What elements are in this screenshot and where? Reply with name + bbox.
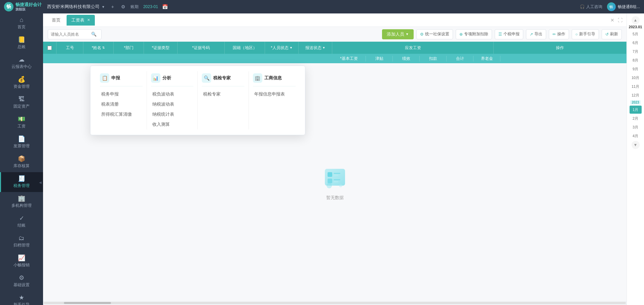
scroll-thumb[interactable] (64, 302, 111, 304)
th-operation: 操作 (494, 42, 627, 54)
toolbar-btn-special-deduction[interactable]: ⊕专项附加扣除 (456, 29, 492, 39)
sidebar-item-asset[interactable]: 🏗 固定资产 (0, 93, 43, 113)
th-checkbox[interactable] (43, 42, 56, 54)
th-sub-performance: 绩效 (393, 56, 420, 62)
settings-icon: ⚙ (19, 275, 24, 281)
company-selector[interactable]: 西安虾米网络科技有限公司 ▼ (47, 4, 105, 10)
sidebar-item-home[interactable]: ⌂ 首页 (0, 13, 43, 33)
toolbar-btn-guide[interactable]: ○新手引导 (572, 29, 599, 39)
svg-rect-5 (334, 179, 340, 180)
user-info[interactable]: 畅 畅捷通B组... (607, 2, 640, 11)
popup-item-fenxi-1[interactable]: 纳税波动表 (151, 99, 194, 109)
timeline-month-6[interactable]: 6月 (630, 39, 642, 47)
search-input[interactable] (51, 32, 91, 37)
timeline-month-5[interactable]: 5月 (630, 30, 642, 38)
toolbar-btn-personal-tax[interactable]: ☰个税申报 (495, 29, 523, 39)
sidebar-label-fund: 资金管理 (13, 84, 30, 89)
popup-item-shenb-1[interactable]: 税表清册 (100, 99, 143, 109)
sort-icon-name[interactable]: ⇅ (102, 46, 105, 49)
sidebar-label-home: 首页 (17, 24, 26, 30)
th-report_status: 报送状态▼ (299, 42, 332, 54)
timeline-month-3[interactable]: 3月 (630, 123, 642, 131)
toolbar-btn-export[interactable]: ↗导出 (526, 29, 546, 39)
search-box: 🔍 (48, 29, 102, 39)
refresh-icon: ↺ (605, 32, 609, 37)
popup-header-shenb: 📋 申报 (100, 71, 143, 86)
add-person-button[interactable]: 添加人员▼ (382, 29, 414, 39)
toolbar-btn-operation[interactable]: ✏操作 (549, 29, 569, 39)
sidebar-item-fund[interactable]: 💰 资金管理 (0, 73, 43, 93)
sidebar-item-archive[interactable]: 🗂 归档管理 (0, 232, 43, 252)
sidebar-item-invoice[interactable]: 📄 发票管理 (0, 132, 43, 152)
tab-close-salary[interactable]: ✕ (87, 18, 90, 22)
sidebar-item-multi-org[interactable]: 🏢 多机构管理 (0, 192, 43, 212)
sidebar-label-salary: 工资 (17, 123, 26, 129)
sidebar-item-report-sales[interactable]: 📈 小畅报销 (0, 252, 43, 271)
logo-icon: 畅 (4, 2, 13, 11)
timeline-month-11[interactable]: 11月 (630, 82, 642, 90)
sidebar-label-settlement: 结账 (17, 223, 26, 228)
popup-item-fenxi-3[interactable]: 收入测算 (151, 119, 194, 129)
svg-rect-3 (334, 175, 338, 176)
th-domicile: 国籍（地区） (225, 42, 265, 54)
settings-icon[interactable]: ⚙ (120, 3, 127, 10)
popup-header-tax_expert: 🔍 税检专家 (202, 71, 244, 86)
popup-title-shenb: 申报 (111, 75, 120, 81)
popup-item-shenb-0[interactable]: 税务申报 (100, 89, 143, 99)
bottom-scrollbar[interactable] (43, 301, 627, 305)
svg-point-7 (327, 183, 332, 188)
timeline-down-icon[interactable]: ▼ (632, 141, 640, 149)
add-icon[interactable]: + (109, 3, 116, 10)
sidebar-item-salary[interactable]: 💵 工资 (0, 113, 43, 132)
sidebar-label-ledger: 总账 (17, 44, 26, 50)
toolbar-btn-label-social-insurance: 统一社保设置 (425, 31, 449, 37)
toolbar-btn-social-insurance[interactable]: ⚙统一社保设置 (416, 29, 453, 39)
toolbar-btn-label-special-deduction: 专项附加扣除 (464, 31, 488, 37)
timeline-month-1[interactable]: 1月 (630, 106, 642, 114)
svg-rect-4 (328, 179, 332, 183)
empty-text: 暂无数据 (326, 195, 344, 201)
popup-header-business_info: 🏢 工商信息 (253, 71, 296, 86)
timeline-month-7[interactable]: 7月 (630, 47, 642, 55)
add-person-label: 添加人员 (387, 31, 404, 37)
popup-item-business_info-0[interactable]: 年报信息申报表 (253, 89, 296, 99)
tab-label-salary: 工资表 (71, 17, 84, 23)
timeline-month-10[interactable]: 10月 (630, 74, 642, 82)
timeline-month-4[interactable]: 4月 (630, 132, 642, 140)
svg-rect-6 (334, 181, 338, 182)
filter-icon-status[interactable]: ▼ (290, 46, 293, 49)
close-icon[interactable]: ✕ (610, 17, 614, 23)
timeline-month-8[interactable]: 8月 (630, 56, 642, 64)
calendar-icon[interactable]: 📅 (161, 3, 169, 10)
sidebar-item-settings[interactable]: ⚙ 基础设置 (0, 271, 43, 291)
filter-icon-report_status[interactable]: ▼ (323, 46, 326, 49)
toolbar-btn-label-export: 导出 (534, 31, 542, 37)
timeline-up-icon[interactable]: ▲ (632, 16, 640, 24)
sidebar-item-inventory[interactable]: 📦 库存核算 (0, 152, 43, 172)
popup-item-tax_expert-0[interactable]: 税检专家 (202, 89, 244, 99)
popup-item-fenxi-0[interactable]: 税负波动表 (151, 89, 194, 99)
service-button[interactable]: 🎧 人工咨询 (580, 4, 602, 10)
timeline-month-12[interactable]: 12月 (630, 91, 642, 99)
tab-home[interactable]: 首页 (47, 15, 65, 26)
sidebar-item-settlement[interactable]: ✓ 结账 (0, 212, 43, 232)
avatar: 畅 (607, 2, 616, 11)
popup-item-fenxi-2[interactable]: 纳税统计表 (151, 109, 194, 119)
sidebar-item-cloud-report[interactable]: ☁ 云报表中心 (0, 53, 43, 73)
tab-salary[interactable]: 工资表✕ (67, 15, 95, 26)
select-all-checkbox[interactable] (47, 46, 52, 50)
dropdown-arrow-icon: ▼ (406, 32, 409, 36)
sidebar-item-newbie[interactable]: ★ 新手引导 (0, 291, 43, 305)
app-name: 畅捷通好会计 (15, 2, 42, 7)
top-bar-right: 🎧 人工咨询 畅 畅捷通B组... (580, 2, 640, 11)
sidebar: ⌂ 首页 📒 总账 ☁ 云报表中心 💰 资金管理 🏗 固定资产 💵 工资 📄 发… (0, 13, 43, 305)
company-name: 西安虾米网络科技有限公司 (47, 4, 100, 10)
app-version: 旗舰版 (15, 7, 42, 11)
sidebar-item-ledger[interactable]: 📒 总账 (0, 33, 43, 53)
maximize-icon[interactable]: ⛶ (618, 17, 622, 23)
popup-item-shenb-2[interactable]: 所得税汇算清缴 (100, 109, 143, 119)
sidebar-item-tax[interactable]: 🧾 税务管理 ◀ (0, 172, 43, 192)
timeline-month-9[interactable]: 9月 (630, 65, 642, 73)
toolbar-btn-refresh[interactable]: ↺刷新 (602, 29, 622, 39)
timeline-month-2[interactable]: 2月 (630, 114, 642, 122)
